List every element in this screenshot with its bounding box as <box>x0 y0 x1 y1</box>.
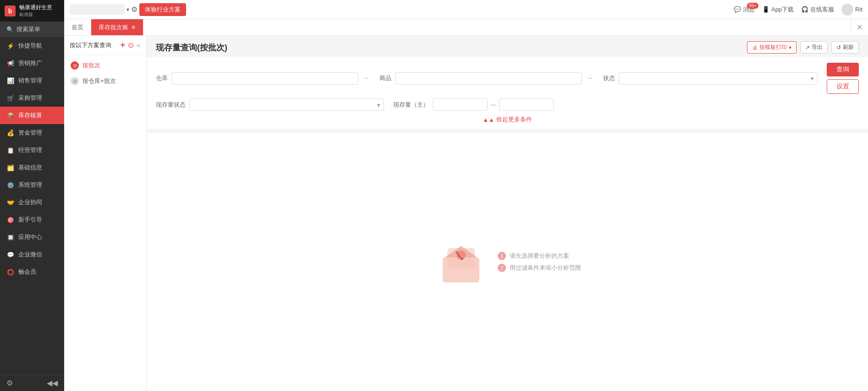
product-input[interactable] <box>395 72 582 85</box>
tab-home[interactable]: 首页 <box>64 19 91 35</box>
sidebar-item-label: 资金管理 <box>18 129 42 137</box>
stock-qty-range: — <box>433 98 621 111</box>
page-header: 现存量查询(按批次) 🖨 按模板打印 ▾ ↗ 导出 ↺ 刷新 <box>147 36 868 57</box>
nav-search-input[interactable] <box>70 4 125 15</box>
sidebar-item-member[interactable]: ⭕ 畅会员 <box>0 263 64 281</box>
warehouse-label: 仓库 <box>156 74 168 82</box>
sidebar-item-system[interactable]: ⚙️ 系统管理 <box>0 176 64 194</box>
tab-close-icon[interactable]: ✕ <box>131 24 136 31</box>
scheme-warehouse-batch-label: 按仓库+批次 <box>82 77 116 85</box>
left-panel-items: ⊙ 按批次 ⊙ 按仓库+批次 <box>64 55 146 391</box>
collapse-panel-button[interactable]: « <box>137 41 141 49</box>
filter-area: 仓库 ··· 商品 ··· 状态 <box>147 57 868 129</box>
experience-button[interactable]: 体验行业方案 <box>139 3 186 16</box>
export-icon: ↗ <box>805 44 810 51</box>
app-logo: b <box>5 5 16 16</box>
warehouse-dots[interactable]: ··· <box>362 74 370 82</box>
company-name: 畅康通好生意 <box>19 4 52 11</box>
product-dots[interactable]: ··· <box>586 74 594 82</box>
messages-button[interactable]: 💬 消息 99+ <box>734 5 755 14</box>
online-service-button[interactable]: 🎧 在线客服 <box>801 5 834 14</box>
purchase-icon: 🛒 <box>6 94 15 102</box>
messages-badge: 99+ <box>747 3 758 9</box>
left-panel-title: 按以下方案查询 <box>70 41 111 49</box>
sidebar-item-guide[interactable]: 🎯 新手引导 <box>0 211 64 228</box>
filter-row-2: 现存量状态 现存量（主） — <box>156 98 859 111</box>
sidebar-collapse-button[interactable]: ◀◀ <box>47 379 58 387</box>
sidebar-item-label: 基础信息 <box>18 163 42 172</box>
sidebar-item-label: 新手引导 <box>18 216 42 224</box>
main-container: ▾ ⚙ 体验行业方案 💬 消息 99+ 📱 App下载 🎧 在线客服 Rit <box>64 0 868 391</box>
enterprise-icon: 🤝 <box>6 198 15 206</box>
tip1-num: 1 <box>498 252 506 260</box>
scheme-batch[interactable]: ⊙ 按批次 <box>64 58 146 73</box>
member-icon: ⭕ <box>6 268 15 276</box>
sidebar-item-sales[interactable]: 📊 销售管理 <box>0 72 64 89</box>
product-label: 商品 <box>379 74 391 82</box>
add-scheme-button[interactable]: + <box>121 40 126 50</box>
stock-qty-to[interactable] <box>499 98 554 111</box>
sidebar-footer: ⚙ ◀◀ <box>0 375 64 391</box>
stock-status-select[interactable] <box>189 98 384 111</box>
wechat-icon: 💬 <box>6 250 15 259</box>
scheme-batch-label: 按批次 <box>82 61 100 70</box>
sidebar-item-finance[interactable]: 💰 资金管理 <box>0 124 64 141</box>
close-all-tabs-button[interactable]: ✕ <box>851 19 868 35</box>
sidebar-search[interactable]: 🔍 搜索菜单 <box>0 22 64 37</box>
sidebar-item-label: 系统管理 <box>18 181 42 189</box>
sidebar-item-inventory[interactable]: 📦 库存核算 <box>0 107 64 124</box>
filter-stock-status: 现存量状态 <box>156 98 384 111</box>
collapse-label: 收起更多条件 <box>496 115 532 124</box>
sidebar-item-shortcuts[interactable]: ⚡ 快捷导航 <box>0 37 64 54</box>
search-icon: 🔍 <box>6 26 14 33</box>
app-download-button[interactable]: 📱 App下载 <box>762 5 794 14</box>
empty-tip-2: 2 用过滤条件来缩小分析范围 <box>498 264 581 272</box>
sidebar-item-apps[interactable]: 🔲 应用中心 <box>0 228 64 246</box>
tab-inventory-batch-label: 库存批次账 <box>99 23 128 32</box>
query-button[interactable]: 查询 <box>827 63 859 76</box>
export-label: 导出 <box>812 43 823 51</box>
sidebar-item-marketing[interactable]: 📢 营销推广 <box>0 54 64 72</box>
collapse-up-icon: ▲▲ <box>483 116 494 123</box>
sidebar-item-wechat[interactable]: 💬 企业微信 <box>0 246 64 263</box>
sidebar-item-label: 畅会员 <box>18 268 36 276</box>
sidebar-item-purchase[interactable]: 🛒 采购管理 <box>0 89 64 107</box>
nav-dropdown-button[interactable]: ▾ <box>126 6 129 13</box>
sidebar-item-basic[interactable]: 🗂️ 基础信息 <box>0 159 64 176</box>
left-panel-header: 按以下方案查询 + ⊙ « <box>64 36 146 55</box>
refresh-button[interactable]: ↺ 刷新 <box>831 41 859 54</box>
search-label: 搜索菜单 <box>16 25 40 33</box>
left-panel-actions: + ⊙ « <box>121 40 141 50</box>
export-button[interactable]: ↗ 导出 <box>800 41 828 54</box>
sidebar-item-label: 库存核算 <box>18 111 42 119</box>
user-area[interactable]: Rit <box>841 4 863 16</box>
settings-filter-button[interactable]: 设置 <box>827 79 859 94</box>
sidebar-item-label: 快捷导航 <box>18 42 42 50</box>
stock-qty-dash: — <box>490 101 496 108</box>
filter-buttons: 查询 设置 <box>827 63 859 94</box>
status-select[interactable] <box>619 72 818 85</box>
tip2-text: 用过滤条件来缩小分析范围 <box>510 264 581 272</box>
print-button[interactable]: 🖨 按模板打印 ▾ <box>747 41 797 54</box>
empty-tip-1: 1 请先选择要分析的方案 <box>498 252 581 260</box>
settings-scheme-button[interactable]: ⊙ <box>128 41 134 49</box>
nav-settings-button[interactable]: ⚙ <box>131 5 137 14</box>
svg-point-5 <box>461 258 463 260</box>
sidebar-item-enterprise[interactable]: 🤝 企业协同 <box>0 194 64 211</box>
sidebar-item-operation[interactable]: 📋 经营管理 <box>0 141 64 159</box>
right-content: 现存量查询(按批次) 🖨 按模板打印 ▾ ↗ 导出 ↺ 刷新 <box>147 36 868 391</box>
shortcuts-icon: ⚡ <box>6 42 15 50</box>
stock-qty-from[interactable] <box>433 98 488 111</box>
scheme-warehouse-batch[interactable]: ⊙ 按仓库+批次 <box>64 73 146 89</box>
collapse-filter-button[interactable]: ▲▲ 收起更多条件 <box>483 115 532 124</box>
warehouse-input[interactable] <box>171 72 358 85</box>
tab-inventory-batch[interactable]: 库存批次账 ✕ <box>91 19 143 35</box>
sidebar-settings-button[interactable]: ⚙ <box>6 379 13 387</box>
top-nav: ▾ ⚙ 体验行业方案 💬 消息 99+ 📱 App下载 🎧 在线客服 Rit <box>64 0 868 19</box>
filter-product: 商品 ··· <box>379 72 594 85</box>
print-dropdown-icon[interactable]: ▾ <box>789 44 791 51</box>
tab-bar: 首页 库存批次账 ✕ ✕ <box>64 19 868 36</box>
tip1-text: 请先选择要分析的方案 <box>510 252 569 260</box>
status-label: 状态 <box>603 74 615 82</box>
empty-illustration <box>434 234 489 289</box>
